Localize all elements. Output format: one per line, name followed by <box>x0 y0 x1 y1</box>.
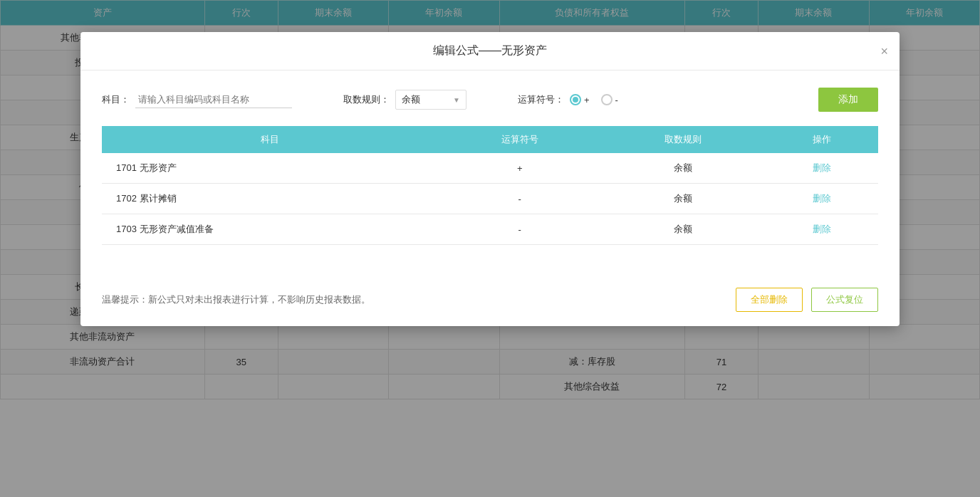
delete-row-button[interactable]: 删除 <box>813 162 831 174</box>
modal-body: 科目： 取数规则： 余额 ▼ 运算符号： <box>80 70 900 276</box>
formula-table: 科目 运算符号 取数规则 操作 1701 无形资产+余额删除1702 累计摊销-… <box>102 126 878 245</box>
operator-minus-label: - <box>615 95 618 105</box>
modal-footer: 温馨提示：新公式只对未出报表进行计算，不影响历史报表数据。 全部删除 公式复位 <box>80 276 900 326</box>
modal-title: 编辑公式——无形资产 <box>433 43 547 58</box>
delete-row-button[interactable]: 删除 <box>813 192 831 205</box>
formula-rule: 余额 <box>602 184 766 214</box>
operator-radio-group: + - <box>570 94 618 105</box>
operator-plus-label: + <box>584 95 590 105</box>
formula-action: 删除 <box>765 214 878 245</box>
formula-action: 删除 <box>765 184 878 214</box>
formula-operator: - <box>438 184 602 214</box>
formula-rule: 余额 <box>602 153 766 184</box>
footer-buttons: 全部删除 公式复位 <box>736 288 878 312</box>
formula-subject: 1702 累计摊销 <box>102 184 438 214</box>
operator-label: 运算符号： <box>518 93 564 106</box>
formula-operator: + <box>438 153 602 184</box>
fetch-rule-select[interactable]: 余额 ▼ <box>395 90 466 110</box>
edit-formula-modal: 编辑公式——无形资产 × 科目： 取数规则： 余额 ▼ <box>80 32 900 326</box>
table-header-subject: 科目 <box>102 126 438 153</box>
subject-label: 科目： <box>102 93 130 106</box>
formula-rule: 余额 <box>602 214 766 245</box>
subject-section: 科目： <box>102 91 292 108</box>
formula-subject: 1701 无形资产 <box>102 153 438 184</box>
hint-text: 温馨提示：新公式只对未出报表进行计算，不影响历史报表数据。 <box>102 293 370 306</box>
fetch-rule-label: 取数规则： <box>343 93 390 106</box>
table-row: 1702 累计摊销-余额删除 <box>102 184 878 214</box>
reset-formula-button[interactable]: 公式复位 <box>811 288 878 312</box>
modal-close-button[interactable]: × <box>880 45 888 58</box>
table-row: 1701 无形资产+余额删除 <box>102 153 878 184</box>
form-row: 科目： 取数规则： 余额 ▼ 运算符号： <box>102 88 878 112</box>
fetch-rule-value: 余额 <box>402 93 450 106</box>
table-header-rule: 取数规则 <box>602 126 766 153</box>
operator-minus-radio[interactable]: - <box>601 94 618 105</box>
formula-action: 删除 <box>765 153 878 184</box>
delete-all-button[interactable]: 全部删除 <box>736 288 803 312</box>
add-button[interactable]: 添加 <box>818 88 878 112</box>
table-header-operator: 运算符号 <box>438 126 602 153</box>
subject-input[interactable] <box>135 91 292 108</box>
radio-circle-minus <box>601 94 612 105</box>
operator-plus-radio[interactable]: + <box>570 94 590 105</box>
modal-overlay: 编辑公式——无形资产 × 科目： 取数规则： 余额 ▼ <box>0 0 980 497</box>
formula-operator: - <box>438 214 602 245</box>
delete-row-button[interactable]: 删除 <box>813 223 831 236</box>
operator-section: 运算符号： + - <box>518 93 618 106</box>
table-header-action: 操作 <box>765 126 878 153</box>
chevron-down-icon: ▼ <box>453 96 460 104</box>
formula-subject: 1703 无形资产减值准备 <box>102 214 438 245</box>
radio-circle-plus <box>570 94 581 105</box>
fetch-rule-section: 取数规则： 余额 ▼ <box>343 90 466 110</box>
modal-header: 编辑公式——无形资产 × <box>80 32 900 70</box>
table-row: 1703 无形资产减值准备-余额删除 <box>102 214 878 245</box>
